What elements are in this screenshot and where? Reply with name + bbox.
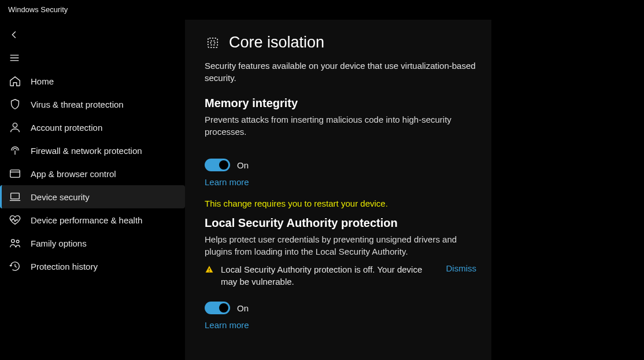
page-title: Core isolation (229, 34, 324, 52)
sidebar-item-virus[interactable]: Virus & threat protection (0, 93, 185, 116)
lsa-learn-more-link[interactable]: Learn more (205, 320, 249, 330)
family-icon (9, 237, 21, 249)
svg-point-3 (12, 240, 14, 243)
laptop-icon (9, 190, 21, 203)
svg-point-0 (13, 123, 17, 127)
history-icon (9, 260, 21, 273)
sidebar-item-performance[interactable]: Device performance & health (0, 208, 185, 232)
restart-required-notice: This change requires you to restart your… (205, 199, 476, 208)
sidebar-item-firewall[interactable]: Firewall & network protection (0, 139, 185, 162)
memory-integrity-toggle-state: On (237, 160, 249, 170)
back-icon[interactable] (8, 28, 21, 41)
sidebar-item-label: Device performance & health (31, 215, 142, 225)
memory-integrity-description: Prevents attacks from inserting maliciou… (205, 113, 476, 138)
heart-icon (9, 214, 21, 226)
lsa-protection-toggle-state: On (237, 303, 249, 313)
memory-integrity-learn-more-link[interactable]: Learn more (205, 177, 249, 187)
chip-icon (205, 35, 221, 51)
lsa-protection-description: Helps protect user credentials by preven… (205, 233, 476, 258)
page-description: Security features available on your devi… (205, 60, 476, 84)
shield-icon (9, 98, 21, 111)
sidebar-item-app-browser[interactable]: App & browser control (0, 162, 185, 185)
svg-rect-5 (208, 38, 217, 47)
svg-rect-6 (211, 41, 215, 45)
lsa-warning-text: Local Security Authority protection is o… (221, 263, 439, 288)
svg-rect-1 (10, 170, 20, 178)
main-panel: Core isolation Security features availab… (185, 20, 491, 360)
home-icon (9, 75, 21, 87)
antenna-icon (9, 144, 21, 157)
browser-icon (9, 167, 21, 180)
svg-point-7 (209, 271, 209, 271)
memory-integrity-title: Memory integrity (205, 97, 476, 110)
lsa-protection-toggle[interactable] (205, 302, 230, 314)
lsa-protection-title: Local Security Authority protection (205, 216, 476, 230)
person-icon (9, 121, 21, 134)
window-title: Windows Security (0, 0, 644, 20)
sidebar-item-label: Protection history (31, 262, 98, 271)
sidebar-item-device-security[interactable]: Device security (0, 185, 185, 208)
warning-icon (205, 265, 214, 274)
sidebar-item-history[interactable]: Protection history (0, 255, 185, 278)
dismiss-link[interactable]: Dismiss (446, 263, 477, 273)
sidebar-item-label: Account protection (31, 123, 102, 133)
sidebar: Home Virus & threat protection Account p… (0, 20, 185, 360)
sidebar-item-account[interactable]: Account protection (0, 116, 185, 139)
sidebar-item-label: Virus & threat protection (31, 100, 124, 109)
memory-integrity-toggle[interactable] (205, 159, 230, 171)
svg-point-4 (16, 240, 19, 243)
svg-rect-2 (11, 193, 20, 199)
sidebar-item-home[interactable]: Home (0, 69, 185, 93)
sidebar-item-label: Device security (31, 192, 90, 202)
sidebar-item-label: Family options (31, 238, 87, 248)
sidebar-item-family[interactable]: Family options (0, 232, 185, 255)
menu-icon[interactable] (8, 52, 21, 64)
sidebar-item-label: Home (31, 76, 54, 86)
sidebar-item-label: App & browser control (31, 169, 116, 179)
sidebar-item-label: Firewall & network protection (31, 146, 142, 156)
